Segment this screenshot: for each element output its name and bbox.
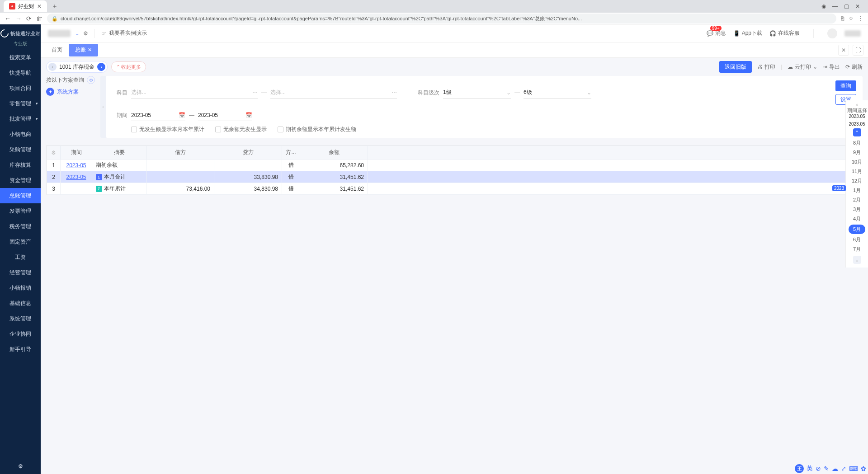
app-header: ⌄ ⚙ ☞ 我要看实例演示 99+ 💬 消息 📱 App下载 🎧 在线客服 [41, 24, 868, 42]
demo-label: 我要看实例演示 [109, 29, 147, 37]
divider [94, 29, 95, 38]
window-controls: ◉ — ▢ ✕ [821, 3, 864, 9]
brand: 畅捷通好业财 [0, 24, 41, 42]
install-icon[interactable]: ⎘ [841, 15, 844, 22]
brand-name: 畅捷通好业财 [10, 30, 40, 37]
url-text: cloud.chanjet.com/cc/u6d89qwnryel/57bfsk… [61, 15, 582, 22]
service-label: 在线客服 [778, 29, 800, 37]
sidebar: 畅捷通好业财 专业版 搜索菜单快捷导航项目合同零售管理▾批发管理▾小畅电商采购管… [0, 24, 41, 42]
gear-icon[interactable]: ⚙ [83, 30, 88, 37]
tab-strip: ✦ 好业财 ✕ ＋ ◉ — ▢ ✕ [0, 0, 868, 13]
reload-icon[interactable]: ⟳ [26, 15, 32, 22]
close-icon[interactable]: ✕ [37, 3, 42, 9]
phone-icon: 📱 [733, 30, 740, 37]
add-tab-button[interactable]: ＋ [52, 2, 58, 10]
account-icon[interactable]: ◉ [821, 3, 826, 9]
divider [813, 29, 814, 38]
demo-link[interactable]: ☞ 我要看实例演示 [101, 29, 147, 37]
app-dl-label: App下载 [742, 29, 762, 37]
app-download-button[interactable]: 📱 App下载 [733, 29, 762, 37]
avatar[interactable] [827, 28, 837, 38]
forward-icon: → [15, 15, 22, 22]
menu-icon[interactable]: ⋮ [858, 15, 863, 22]
maximize-icon[interactable]: ▢ [844, 3, 849, 9]
brand-icon [0, 28, 10, 39]
org-selector[interactable]: ⌄ [48, 30, 80, 37]
star-icon[interactable]: ☆ [849, 15, 854, 22]
chat-icon: 💬 [707, 30, 713, 37]
tab-title: 好业财 [18, 3, 34, 10]
messages-button[interactable]: 99+ 💬 消息 [707, 29, 726, 37]
back-icon[interactable]: ← [5, 15, 11, 22]
address-row: ← → ⟳ 🗑 🔒 cloud.chanjet.com/cc/u6d89qwnr… [0, 13, 868, 24]
username-blurred [844, 30, 861, 37]
customer-service-button[interactable]: 🎧 在线客服 [769, 29, 800, 37]
address-bar[interactable]: 🔒 cloud.chanjet.com/cc/u6d89qwnryel/57bf… [47, 14, 836, 23]
minimize-icon[interactable]: — [832, 3, 838, 9]
delete-icon[interactable]: 🗑 [36, 15, 42, 22]
chevron-down-icon: ⌄ [75, 30, 80, 37]
browser-chrome: ✦ 好业财 ✕ ＋ ◉ — ▢ ✕ ← → ⟳ 🗑 🔒 cloud.chanje… [0, 0, 868, 24]
headset-icon: 🎧 [769, 30, 776, 37]
favicon-icon: ✦ [9, 3, 15, 9]
browser-tab[interactable]: ✦ 好业财 ✕ [4, 0, 47, 12]
lock-icon: 🔒 [52, 16, 58, 22]
close-window-icon[interactable]: ✕ [855, 3, 860, 9]
hand-icon: ☞ [101, 30, 106, 37]
org-name-blurred [48, 30, 71, 37]
brand-edition: 专业版 [0, 41, 41, 42]
message-badge: 99+ [710, 26, 722, 31]
